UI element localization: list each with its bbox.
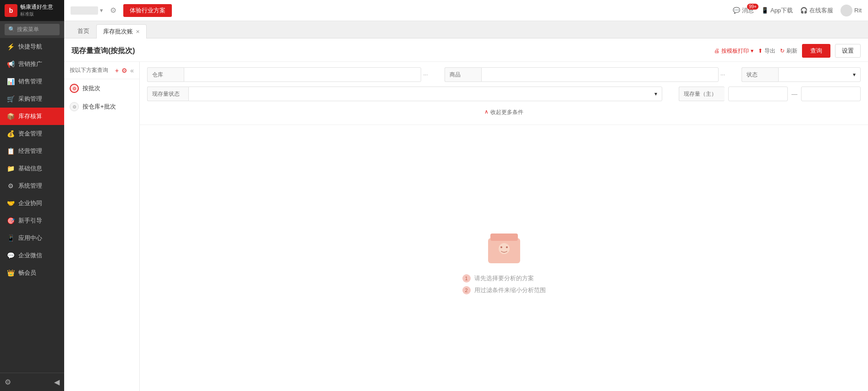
status-select[interactable]: ▾ [778,67,861,82]
sidebar-item-marketing[interactable]: 📢 营销推广 [0,55,64,73]
sidebar-item-inventory[interactable]: 📦 库存核算 [0,108,64,125]
sidebar-item-guide[interactable]: 🎯 新手引导 [0,212,64,229]
tip-text-1: 请先选择要分析的方案 [474,274,534,282]
add-scheme-button[interactable]: + [115,67,119,74]
messages-badge: 99+ [747,4,758,10]
collapse-icon: ∧ [484,109,489,116]
sidebar-item-label: 新手引导 [18,217,42,225]
empty-tip-2: 2 用过滤条件来缩小分析范围 [462,286,546,294]
sidebar-item-weixin[interactable]: 💬 企业微信 [0,247,64,264]
chevron-down-icon: ▾ [100,7,103,14]
sidebar-settings-icon[interactable]: ⚙ [5,378,11,386]
right-panel: 仓库 ··· 商品 ··· [140,62,868,391]
page-actions: 🖨 按模板打印 ▾ ⬆ 导出 ↻ 刷新 查询 设置 [714,44,861,58]
trial-industry-button[interactable]: 体验行业方案 [123,4,172,17]
left-panel-header: 按以下方案查询 + ⚙ « [64,62,139,79]
phone-icon: 📱 [761,7,769,14]
topbar-settings-button[interactable]: ⚙ [107,4,120,17]
printer-icon: 🖨 [714,48,720,54]
stock-qty-min-input[interactable] [728,87,788,101]
topbar-dropdown[interactable]: ▾ [71,6,103,15]
warehouse-input[interactable] [184,67,421,82]
sidebar-item-label: 基础信息 [18,164,42,173]
stock-qty-label: 现存量（主） [679,87,725,101]
sidebar-item-finance[interactable]: 💰 资金管理 [0,125,64,142]
sidebar-header: b 畅康通好生意 标准版 [0,0,64,21]
stock-qty-max-input[interactable] [801,87,861,101]
print-button[interactable]: 🖨 按模板打印 ▾ [714,47,753,55]
filter-row-2: 现存量状态 ▾ 现存量（主） [147,87,861,101]
sidebar-item-purchase[interactable]: 🛒 采购管理 [0,90,64,108]
refresh-button[interactable]: ↻ 刷新 [780,47,797,55]
sidebar-item-operations[interactable]: 📋 经营管理 [0,142,64,160]
weixin-icon: 💬 [6,251,15,260]
collapse-conditions-button[interactable]: ∧ 收起更多条件 [147,106,861,119]
sidebar-item-basic[interactable]: 📁 基础信息 [0,160,64,177]
scheme-warehouse-icon: ⚙ [70,102,79,111]
user-name: Rit [854,7,862,14]
sidebar-item-label: 资金管理 [18,130,42,138]
enterprise-icon: 🤝 [6,199,15,207]
scheme-settings-button[interactable]: ⚙ [121,67,127,74]
product-input[interactable] [481,67,719,82]
left-panel-actions: + ⚙ « [115,67,134,74]
topbar-left: ▾ ⚙ 体验行业方案 [71,4,728,17]
settings-button[interactable]: 设置 [835,44,861,58]
sidebar-item-label: 企业微信 [18,251,42,260]
scheme-batch[interactable]: ⚙ 按批次 [64,79,139,98]
sidebar-item-member[interactable]: 👑 畅会员 [0,264,64,282]
sidebar-item-enterprise[interactable]: 🤝 企业协同 [0,195,64,212]
empty-state: 1 请先选择要分析的方案 2 用过滤条件来缩小分析范围 [140,125,868,391]
scheme-batch-icon: ⚙ [70,84,79,93]
stock-status-select[interactable]: ▾ [188,87,662,101]
query-button[interactable]: 查询 [802,44,830,58]
sidebar-item-sales[interactable]: 📊 销售管理 [0,73,64,90]
refresh-label: 刷新 [786,47,797,55]
scheme-warehouse-batch[interactable]: ⚙ 按仓库+批次 [64,98,139,116]
scheme-header-label: 按以下方案查询 [70,66,108,74]
inventory-batch-tab-label: 库存批次账 [103,27,133,36]
purchase-icon: 🛒 [6,95,15,103]
sidebar-item-app-center[interactable]: 📱 应用中心 [0,229,64,247]
messages-button[interactable]: 💬 消息 99+ [733,6,754,15]
refresh-icon: ↻ [780,48,785,54]
sidebar-item-label: 经营管理 [18,147,42,155]
search-menu-item[interactable]: 🔍 搜索菜单 [5,24,60,35]
member-icon: 👑 [6,269,15,277]
sidebar-item-label: 销售管理 [18,77,42,86]
sidebar-item-quick-nav[interactable]: ⚡ 快捷导航 [0,38,64,55]
tab-home[interactable]: 首页 [71,24,96,38]
sidebar-item-label: 库存核算 [18,112,42,120]
page-header: 现存量查询(按批次) 🖨 按模板打印 ▾ ⬆ 导出 ↻ 刷新 [64,38,868,62]
svg-rect-1 [490,234,518,241]
topbar-right: 💬 消息 99+ 📱 App下载 🎧 在线客服 Rit [733,5,862,16]
warehouse-more-icon[interactable]: ··· [423,71,428,78]
operations-icon: 📋 [6,147,15,155]
system-icon: ⚙ [6,182,15,190]
left-panel: 按以下方案查询 + ⚙ « ⚙ 按批次 [64,62,140,391]
app-title-block: 畅康通好生意 标准版 [20,4,53,17]
empty-illustration [481,222,527,268]
export-icon: ⬆ [758,48,763,54]
sidebar-item-label: 快捷导航 [18,43,42,51]
status-filter: 状态 ▾ [742,67,861,82]
stock-status-filter: 现存量状态 ▾ [147,87,662,101]
service-button[interactable]: 🎧 在线客服 [800,6,833,15]
tab-close-button[interactable]: ✕ [136,29,140,34]
sidebar-item-system[interactable]: ⚙ 系统管理 [0,177,64,195]
collapse-panel-button[interactable]: « [130,67,134,74]
app-download-label: App下载 [770,6,793,15]
sidebar-nav: ⚡ 快捷导航 📢 营销推广 📊 销售管理 🛒 采购管理 📦 库存核算 💰 [0,38,64,373]
stock-quantity-filter: 现存量（主） — [679,87,861,101]
tabbar: 首页 库存批次账 ✕ [64,21,868,38]
svg-point-3 [500,246,502,248]
user-profile-button[interactable]: Rit [841,5,862,16]
tab-inventory-batch[interactable]: 库存批次账 ✕ [96,24,147,38]
sidebar-collapse-icon[interactable]: ◀ [54,378,60,386]
body-layout: 按以下方案查询 + ⚙ « ⚙ 按批次 [64,62,868,391]
content-area: 现存量查询(按批次) 🖨 按模板打印 ▾ ⬆ 导出 ↻ 刷新 [64,38,868,391]
export-button[interactable]: ⬆ 导出 [758,47,775,55]
app-download-button[interactable]: 📱 App下载 [761,6,793,15]
product-more-icon[interactable]: ··· [720,71,725,78]
sidebar-search-area[interactable]: 🔍 搜索菜单 [0,21,64,38]
